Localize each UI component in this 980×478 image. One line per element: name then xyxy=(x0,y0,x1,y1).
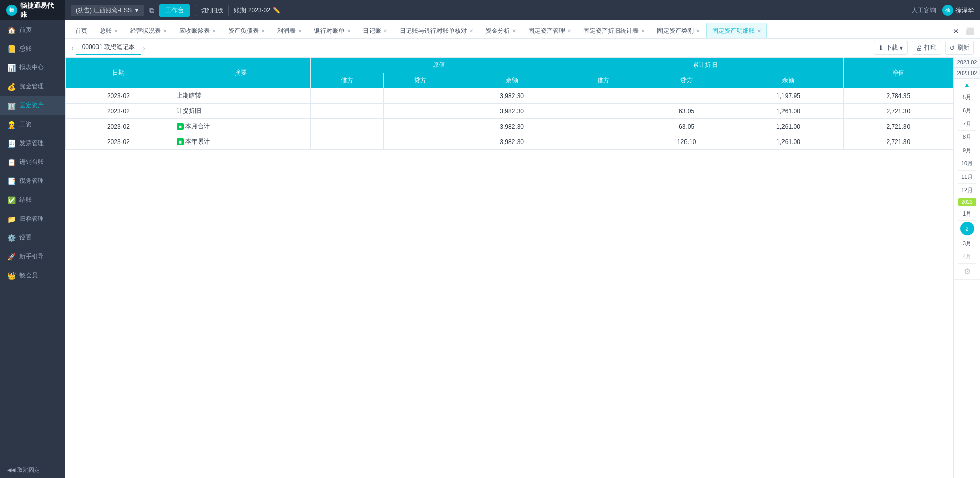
close-tab-button[interactable]: ✕ xyxy=(951,26,961,36)
tab-2[interactable]: 经营状况表✕ xyxy=(125,23,173,38)
tab-6[interactable]: 银行对账单✕ xyxy=(308,23,356,38)
date-month-0[interactable]: 5月 xyxy=(958,91,976,104)
date-month-9[interactable]: 1月 xyxy=(958,207,976,221)
tab-9[interactable]: 资金分析✕ xyxy=(480,23,522,38)
sidebar-item-tax[interactable]: 📑 税务管理 xyxy=(0,172,65,190)
tab-close-9[interactable]: ✕ xyxy=(512,28,516,34)
user-menu[interactable]: 徐 徐泽华 xyxy=(942,5,974,16)
tab-label-4: 资产负债表 xyxy=(228,27,259,35)
sidebar-item-archive[interactable]: 📁 归档管理 xyxy=(0,209,65,228)
date-month-10[interactable]: 2 xyxy=(960,222,974,236)
date-month-2[interactable]: 7月 xyxy=(958,117,976,131)
date-month-11[interactable]: 3月 xyxy=(958,237,976,250)
tab-label-11: 固定资产折旧统计表 xyxy=(583,27,639,35)
col-summary: 摘要 xyxy=(171,58,311,88)
cell-yz-credit-3 xyxy=(384,134,457,150)
sidebar-item-ledger[interactable]: 📒 总账 xyxy=(0,39,65,58)
date-panel-year-curr[interactable]: 2023.02 xyxy=(954,68,980,79)
tab-close-6[interactable]: ✕ xyxy=(347,28,351,34)
tab-13[interactable]: 固定资产明细账✕ xyxy=(706,23,767,38)
switch-version-button[interactable]: 切到旧版 xyxy=(195,5,229,16)
tab-11[interactable]: 固定资产折旧统计表✕ xyxy=(578,23,650,38)
period-display: 账期 2023-02 ✏️ xyxy=(234,6,280,15)
sidebar-item-sales[interactable]: 📋 进销台账 xyxy=(0,153,65,172)
date-month-5[interactable]: 10月 xyxy=(958,157,976,171)
print-button[interactable]: 🖨 打印 xyxy=(912,41,941,55)
cell-jingzhi-2: 2,721.30 xyxy=(843,119,953,134)
workbench-button[interactable]: 工作台 xyxy=(159,4,190,17)
tab-10[interactable]: 固定资产管理✕ xyxy=(523,23,577,38)
copy-icon[interactable]: ⧉ xyxy=(149,6,154,15)
sidebar-item-fixed-assets[interactable]: 🏢 固定资产 xyxy=(0,96,65,115)
maximize-tab-button[interactable]: ⬜ xyxy=(963,26,976,36)
date-month-1[interactable]: 6月 xyxy=(958,104,976,117)
tab-7[interactable]: 日记账✕ xyxy=(357,23,393,38)
sidebar-item-member[interactable]: 👑 畅会员 xyxy=(0,266,65,285)
sidebar-icon-fixed-assets: 🏢 xyxy=(7,102,15,110)
tab-close-3[interactable]: ✕ xyxy=(212,28,216,34)
tab-label-12: 固定资产类别 xyxy=(657,27,694,35)
unpin-button[interactable]: ◀◀ 取消固定 xyxy=(0,462,65,478)
tab-close-4[interactable]: ✕ xyxy=(261,28,265,34)
sidebar-label-ledger: 总账 xyxy=(19,44,32,53)
date-month-6[interactable]: 11月 xyxy=(958,171,976,184)
sidebar-item-funds[interactable]: 💰 资金管理 xyxy=(0,77,65,96)
sidebar-item-settings[interactable]: ⚙️ 设置 xyxy=(0,228,65,247)
date-month-3[interactable]: 8月 xyxy=(958,131,976,144)
tab-close-1[interactable]: ✕ xyxy=(114,28,118,34)
date-month-4[interactable]: 9月 xyxy=(958,144,976,157)
cell-summary-2: ■本月合计 xyxy=(171,119,311,134)
cell-yz-balance-1: 3,982.30 xyxy=(457,104,567,119)
date-month-7[interactable]: 12月 xyxy=(958,184,976,197)
date-panel-year-prev[interactable]: 2023.02 xyxy=(954,57,980,68)
date-up-button[interactable]: ▲ xyxy=(954,79,980,91)
tab-close-10[interactable]: ✕ xyxy=(567,28,571,34)
tab-close-11[interactable]: ✕ xyxy=(641,28,645,34)
tab-close-8[interactable]: ✕ xyxy=(469,28,473,34)
topbar-right: 人工客询 徐 徐泽华 xyxy=(912,5,974,16)
cell-lj-credit-3: 126.10 xyxy=(640,134,733,150)
tab-label-8: 日记账与银行对账单核对 xyxy=(400,27,467,35)
col-yuanzhi-debit: 借方 xyxy=(311,73,384,88)
tab-close-7[interactable]: ✕ xyxy=(383,28,387,34)
tab-5[interactable]: 利润表✕ xyxy=(272,23,307,38)
tab-close-13[interactable]: ✕ xyxy=(757,28,761,34)
sidebar-item-salary[interactable]: 👷 工资 xyxy=(0,115,65,134)
sidebar-icon-funds: 💰 xyxy=(7,83,15,91)
tab-3[interactable]: 应收账龄表✕ xyxy=(174,23,222,38)
download-button[interactable]: ⬇ 下载 ▾ xyxy=(874,41,908,55)
table-row: 2023-02 上期结转 3,982.30 1,197.95 2,784.35 xyxy=(66,88,953,104)
tab-close-2[interactable]: ✕ xyxy=(163,28,167,34)
table-area: 日期 摘要 原值 累计折旧 净值 借方 贷方 余额 借方 贷方 余额 xyxy=(65,57,953,478)
date-month-8[interactable]: 2023 xyxy=(958,198,976,206)
tab-12[interactable]: 固定资产类别✕ xyxy=(651,23,705,38)
tab-8[interactable]: 日记账与银行对账单核对✕ xyxy=(394,23,479,38)
date-settings-icon[interactable]: ⚙ xyxy=(954,264,980,280)
sidebar-item-invoice[interactable]: 🧾 发票管理 xyxy=(0,134,65,153)
tab-0[interactable]: 首页 xyxy=(69,23,93,38)
tab-1[interactable]: 总账✕ xyxy=(94,23,124,38)
sub-bar-prev[interactable]: ‹ xyxy=(71,44,74,52)
sidebar-icon-salary: 👷 xyxy=(7,121,15,129)
tab-4[interactable]: 资产负债表✕ xyxy=(223,23,271,38)
sub-tab-asset[interactable]: 000001 联想笔记本 xyxy=(76,41,141,55)
sidebar-item-guide[interactable]: 🚀 新手引导 xyxy=(0,247,65,266)
sidebar-item-home[interactable]: 🏠 首页 xyxy=(0,20,65,39)
refresh-button[interactable]: ↺ 刷新 xyxy=(945,41,974,55)
sidebar-label-reports: 报表中心 xyxy=(19,63,44,72)
date-month-12[interactable]: 4月 xyxy=(958,250,976,264)
tab-close-5[interactable]: ✕ xyxy=(298,28,302,34)
sub-bar-next[interactable]: › xyxy=(143,44,145,52)
service-link[interactable]: 人工客询 xyxy=(912,6,936,15)
sidebar-item-reports[interactable]: 📊 报表中心 xyxy=(0,58,65,77)
tab-close-12[interactable]: ✕ xyxy=(696,28,700,34)
tab-label-13: 固定资产明细账 xyxy=(712,27,755,35)
company-selector[interactable]: (劝告) 江西服盒-LSS ▼ xyxy=(71,5,144,16)
period-edit-icon[interactable]: ✏️ xyxy=(273,7,280,14)
avatar: 徐 xyxy=(942,5,953,16)
sidebar-item-checkout[interactable]: ✅ 结账 xyxy=(0,190,65,209)
cell-yz-balance-2: 3,982.30 xyxy=(457,119,567,134)
sidebar-label-salary: 工资 xyxy=(19,120,32,129)
cell-yz-credit-2 xyxy=(384,119,457,134)
logo-text: 畅捷通易代账 xyxy=(20,1,59,19)
